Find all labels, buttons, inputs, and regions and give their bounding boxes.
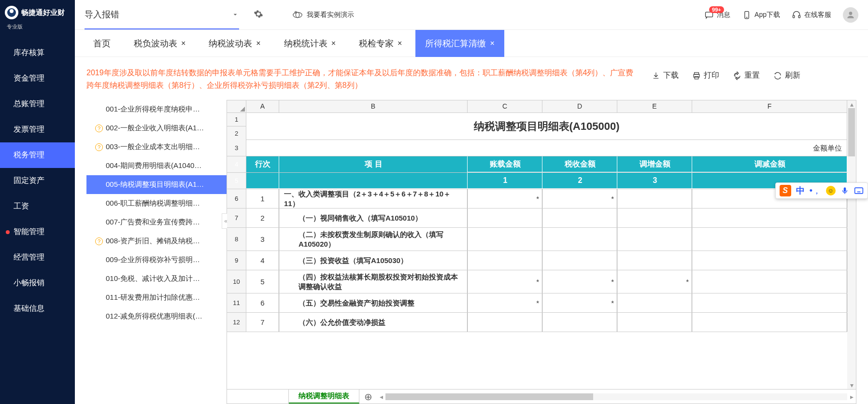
cell-value[interactable]	[692, 228, 847, 251]
close-icon[interactable]: ×	[490, 39, 494, 48]
row-header[interactable]: 12	[227, 313, 246, 332]
cell-rownum[interactable]: 2	[246, 209, 279, 227]
cell-value[interactable]	[617, 228, 692, 251]
row-header[interactable]: 3	[227, 140, 246, 156]
add-sheet-button[interactable]: ⊕	[359, 390, 377, 404]
ime-emoji-icon[interactable]: ☺	[826, 186, 836, 195]
tree-item[interactable]: ?010-免税、减计收入及加计…	[86, 269, 227, 288]
sidebar-item[interactable]: 固定资产	[0, 168, 75, 194]
sidebar-item[interactable]: 智能管理	[0, 219, 75, 245]
row-header[interactable]: 1	[227, 113, 246, 126]
sheet-tab[interactable]: 纳税调整明细表	[289, 390, 359, 404]
cell-value[interactable]	[468, 228, 542, 251]
microphone-icon[interactable]	[840, 186, 849, 195]
sidebar-item[interactable]: 经营管理	[0, 245, 75, 270]
customer-service-button[interactable]: 在线客服	[792, 10, 831, 20]
cell-value[interactable]	[617, 189, 692, 208]
app-download-button[interactable]: App下载	[742, 10, 780, 20]
close-icon[interactable]: ×	[398, 39, 402, 48]
row-header[interactable]: 2	[227, 126, 246, 140]
close-icon[interactable]: ×	[331, 39, 336, 48]
row-header[interactable]: 9	[227, 251, 246, 270]
sidebar-item[interactable]: 工资	[0, 194, 75, 219]
brand-logo[interactable]: 畅捷通好业财	[0, 0, 75, 23]
horizontal-scrollbar[interactable]: ◂ ▸	[377, 390, 856, 404]
tree-item[interactable]: ?009-企业所得税弥补亏损明…	[86, 251, 227, 269]
tab[interactable]: 所得税汇算清缴×	[415, 30, 504, 57]
keyboard-icon[interactable]	[854, 187, 864, 195]
tree-item[interactable]: ?012-减免所得税优惠明细表(…	[86, 307, 227, 326]
cell-item[interactable]: （五）交易性金融资产初始投资调整	[279, 293, 468, 312]
sidebar-item[interactable]: 库存核算	[0, 40, 75, 66]
row-header[interactable]: 6	[227, 189, 246, 208]
cell-value[interactable]	[468, 313, 542, 332]
cell-item[interactable]: （三）投资收益（填写A105030）	[279, 251, 468, 270]
vertical-scrollbar[interactable]: ▴ ▾	[847, 100, 856, 389]
cell-item[interactable]: （六）公允价值变动净损益	[279, 313, 468, 332]
cell-rownum[interactable]: 3	[246, 228, 279, 251]
cell-value[interactable]	[542, 228, 617, 251]
scroll-down-icon[interactable]: ▾	[847, 381, 856, 389]
scroll-thumb[interactable]	[385, 393, 593, 400]
cell-value[interactable]: *	[542, 270, 617, 293]
cell-value[interactable]	[468, 251, 542, 270]
cell-value[interactable]	[468, 209, 542, 227]
col-header[interactable]: E	[617, 100, 692, 113]
cell-value[interactable]	[542, 251, 617, 270]
tab[interactable]: 税负波动表×	[124, 33, 195, 54]
demo-link[interactable]: 我要看实例演示	[292, 10, 354, 20]
sidebar-item[interactable]: 小畅报销	[0, 270, 75, 296]
sidebar-item[interactable]: 发票管理	[0, 117, 75, 142]
cell-rownum[interactable]: 4	[246, 251, 279, 270]
row-header[interactable]: 7	[227, 209, 246, 227]
tab[interactable]: 纳税统计表×	[274, 33, 345, 54]
scroll-up-icon[interactable]: ▴	[847, 100, 856, 108]
cell-value[interactable]: *	[468, 270, 542, 293]
help-icon[interactable]: ?	[95, 125, 103, 132]
cell-rownum[interactable]: 6	[246, 293, 279, 312]
scroll-left-icon[interactable]: ◂	[377, 393, 385, 401]
print-button[interactable]: 打印	[692, 70, 719, 81]
tab[interactable]: 纳税波动表×	[199, 33, 270, 54]
scroll-thumb[interactable]	[848, 108, 855, 156]
cell-value[interactable]	[617, 313, 692, 332]
settings-button[interactable]	[254, 9, 263, 20]
cell-value[interactable]	[692, 313, 847, 332]
tab[interactable]: 首页	[84, 33, 120, 54]
cell-item[interactable]: （一）视同销售收入（填写A105010）	[279, 209, 468, 227]
tree-item[interactable]: ?005-纳税调整项目明细表(A1…	[86, 175, 227, 194]
sidebar-item[interactable]: 总账管理	[0, 91, 75, 117]
tree-item[interactable]: ?002-一般企业收入明细表(A1…	[86, 119, 227, 138]
cell-value[interactable]	[542, 313, 617, 332]
sogou-logo-icon[interactable]: S	[780, 185, 791, 196]
col-header[interactable]: F	[692, 100, 847, 113]
cell-value[interactable]	[617, 209, 692, 227]
cell-rownum[interactable]: 1	[246, 189, 279, 208]
row-header[interactable]: 4	[227, 156, 246, 172]
help-icon[interactable]: ?	[95, 143, 103, 151]
cell-value[interactable]	[692, 251, 847, 270]
cell-value[interactable]	[692, 293, 847, 312]
sidebar-item[interactable]: 基础信息	[0, 296, 75, 321]
reset-button[interactable]: 重置	[733, 70, 760, 81]
ime-punct-icon[interactable]: •，	[810, 185, 821, 196]
tree-item[interactable]: ?008-资产折旧、摊销及纳税…	[86, 232, 227, 251]
help-icon[interactable]: ?	[95, 237, 103, 245]
row-header[interactable]: 11	[227, 293, 246, 312]
cell-value[interactable]: *	[542, 293, 617, 312]
col-header[interactable]: A	[246, 100, 279, 113]
close-icon[interactable]: ×	[256, 39, 260, 48]
tree-item[interactable]: ?007-广告费和业务宣传费跨…	[86, 213, 227, 232]
tree-item[interactable]: ?003-一般企业成本支出明细…	[86, 138, 227, 156]
tree-item[interactable]: ?011-研发费用加计扣除优惠…	[86, 288, 227, 307]
cell-value[interactable]	[542, 209, 617, 227]
cell-value[interactable]: *	[468, 189, 542, 208]
row-header[interactable]: 5	[227, 173, 246, 189]
col-header[interactable]: C	[468, 100, 542, 113]
row-header[interactable]: 10	[227, 270, 246, 293]
tree-item[interactable]: ?004-期间费用明细表(A1040…	[86, 156, 227, 175]
cell-item[interactable]: 一、收入类调整项目（2＋3＋4＋5＋6＋7＋8＋10＋11）	[279, 189, 468, 208]
sidebar-item[interactable]: 资金管理	[0, 66, 75, 91]
cell-item[interactable]: （二）未按权责发生制原则确认的收入（填写A105020）	[279, 228, 468, 251]
tree-item[interactable]: ?001-企业所得税年度纳税申…	[86, 100, 227, 119]
